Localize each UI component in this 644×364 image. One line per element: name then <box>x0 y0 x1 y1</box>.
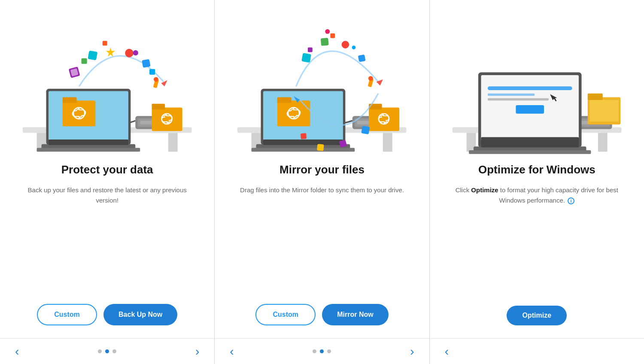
svg-rect-43 <box>263 140 343 145</box>
svg-rect-27 <box>149 69 155 75</box>
svg-rect-9 <box>63 97 77 103</box>
mirror-next-arrow[interactable]: › <box>408 343 416 360</box>
svg-rect-71 <box>487 86 572 90</box>
protect-prev-arrow[interactable]: ‹ <box>13 343 21 360</box>
svg-point-29 <box>154 77 158 82</box>
svg-rect-38 <box>277 100 310 126</box>
card-mirror: Mirror your files Drag files into the Mi… <box>215 0 429 364</box>
svg-rect-51 <box>341 40 350 49</box>
card-mirror-title: Mirror your files <box>279 163 365 176</box>
illustration-mirror-svg <box>223 0 420 159</box>
optimize-desc-part2: to format your high capacity drive for b… <box>499 186 618 204</box>
optimize-prev-arrow[interactable]: ‹ <box>443 343 451 360</box>
svg-point-60 <box>368 76 373 81</box>
svg-rect-72 <box>487 94 534 96</box>
mirror-prev-arrow[interactable]: ‹ <box>228 343 236 360</box>
svg-rect-39 <box>277 97 292 103</box>
card-optimize-description: Click Optimize to format your high capac… <box>447 185 627 206</box>
card-protect-description: Back up your files and restore the lates… <box>17 185 197 206</box>
svg-rect-57 <box>317 144 324 151</box>
svg-rect-12 <box>37 148 140 152</box>
svg-point-61 <box>325 29 330 34</box>
optimize-desc-part1: Click <box>456 186 471 194</box>
info-icon[interactable]: i <box>568 197 574 204</box>
card-optimize-buttons: Optimize <box>430 297 644 338</box>
svg-rect-65 <box>598 133 607 152</box>
svg-marker-21 <box>106 47 115 57</box>
svg-rect-44 <box>369 108 399 131</box>
card-protect-footer: ‹ › <box>0 338 214 364</box>
svg-rect-80 <box>589 100 619 121</box>
protect-custom-button[interactable]: Custom <box>37 304 97 325</box>
svg-rect-76 <box>469 150 591 154</box>
protect-next-arrow[interactable]: › <box>193 343 201 360</box>
svg-rect-32 <box>383 133 392 152</box>
card-optimize-content: Optimize for Windows Click Optimize to f… <box>430 159 644 297</box>
svg-rect-55 <box>361 126 370 134</box>
protect-dot-3 <box>112 349 116 353</box>
illustration-protect <box>0 0 214 159</box>
card-mirror-footer: ‹ › <box>215 338 429 364</box>
svg-rect-23 <box>142 59 150 68</box>
card-protect-title: Protect your data <box>61 163 153 176</box>
card-optimize-title: Optimize for Windows <box>478 163 595 176</box>
card-mirror-buttons: Custom Mirror Now <box>215 295 429 338</box>
card-mirror-description: Drag files into the Mirror folder to syn… <box>240 185 404 195</box>
svg-rect-26 <box>133 50 138 55</box>
svg-rect-15 <box>152 104 165 109</box>
svg-rect-24 <box>82 58 87 64</box>
card-optimize-footer: ‹ <box>430 338 644 364</box>
svg-rect-42 <box>252 148 355 152</box>
svg-rect-2 <box>168 133 178 152</box>
svg-rect-74 <box>516 105 544 114</box>
optimize-button[interactable]: Optimize <box>507 306 567 325</box>
card-optimize: Optimize for Windows Click Optimize to f… <box>430 0 644 364</box>
protect-backup-button[interactable]: Back Up Now <box>103 304 177 325</box>
svg-rect-8 <box>63 100 96 126</box>
optimize-desc-bold: Optimize <box>471 186 498 194</box>
protect-dot-1 <box>98 349 102 353</box>
svg-rect-52 <box>358 55 366 62</box>
illustration-protect-svg <box>9 0 206 159</box>
svg-rect-73 <box>487 98 548 100</box>
mirror-dot-3 <box>327 349 331 353</box>
svg-rect-79 <box>587 94 602 100</box>
card-protect: Protect your data Back up your files and… <box>0 0 215 364</box>
svg-rect-49 <box>302 53 312 63</box>
svg-rect-13 <box>49 140 128 145</box>
card-mirror-content: Mirror your files Drag files into the Mi… <box>223 159 421 295</box>
svg-rect-53 <box>308 48 313 52</box>
svg-rect-77 <box>481 137 578 148</box>
card-protect-buttons: Custom Back Up Now <box>0 295 214 338</box>
mirror-dot-1 <box>313 349 316 353</box>
svg-rect-20 <box>88 51 97 61</box>
svg-marker-17 <box>161 80 167 86</box>
mirror-custom-button[interactable]: Custom <box>255 304 316 325</box>
card-protect-content: Protect your data Back up your files and… <box>0 159 214 295</box>
illustration-optimize <box>430 0 644 159</box>
svg-rect-14 <box>152 108 182 131</box>
svg-rect-54 <box>331 33 335 38</box>
mirror-now-button[interactable]: Mirror Now <box>322 304 388 325</box>
svg-rect-50 <box>321 38 329 46</box>
svg-rect-58 <box>301 133 307 139</box>
svg-point-62 <box>352 46 356 49</box>
illustration-mirror <box>215 0 429 159</box>
protect-dots <box>98 349 116 353</box>
mirror-dots <box>313 349 331 353</box>
cards-container: Protect your data Back up your files and… <box>0 0 644 364</box>
illustration-optimize-svg <box>438 0 635 159</box>
protect-dot-2 <box>105 349 109 353</box>
mirror-dot-2 <box>320 349 324 353</box>
svg-rect-25 <box>103 41 107 46</box>
